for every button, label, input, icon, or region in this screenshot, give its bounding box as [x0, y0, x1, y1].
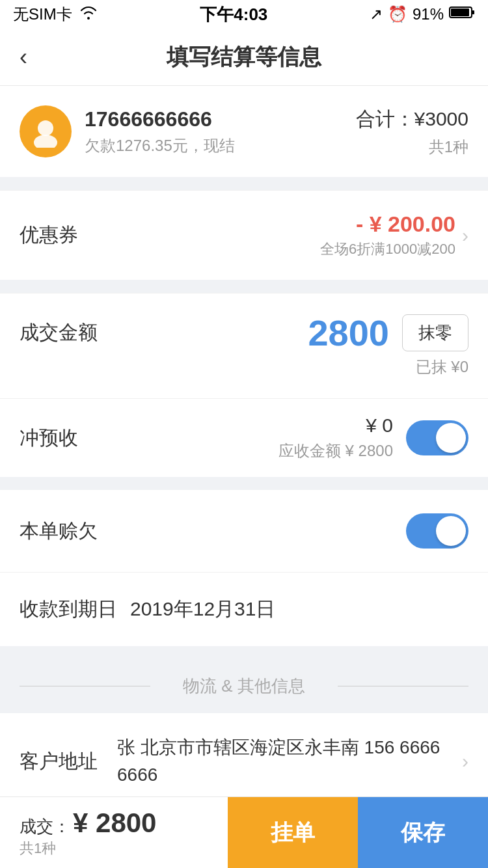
chong-yushou-toggle[interactable]	[406, 420, 468, 455]
chong-receivable-label: 应收金额 ¥ 2800	[278, 441, 393, 461]
customer-left: 17666666666 欠款1276.35元，现结	[20, 105, 235, 157]
round-zero-button[interactable]: 抹零	[402, 314, 468, 351]
svg-rect-2	[472, 10, 474, 14]
save-button[interactable]: 保存	[358, 797, 488, 869]
status-bar: 无SIM卡 下午4:03 ↗ ⏰ 91%	[0, 0, 488, 29]
due-date-label: 收款到期日	[20, 596, 117, 623]
bottom-bar: 成交： ¥ 2800 共1种 挂单 保存	[0, 796, 488, 868]
bottom-summary: 成交： ¥ 2800 共1种	[0, 807, 228, 858]
status-right: ↗ ⏰ 91%	[370, 5, 475, 23]
alarm-icon: ⏰	[388, 5, 407, 23]
coupon-chevron-icon: ›	[462, 224, 468, 247]
logistics-line-left	[20, 686, 150, 686]
bottom-deal-label: 成交：	[20, 815, 70, 838]
deal-amount-section: 成交金额 2800 抹零 已抹 ¥0	[0, 293, 488, 398]
chong-yushou-label: 冲预收	[20, 425, 78, 452]
sheqian-toggle[interactable]	[406, 513, 468, 549]
deal-amount-sub: 已抹 ¥0	[20, 357, 468, 377]
chong-yushou-section: 冲预收 ¥ 0 应收金额 ¥ 2800	[0, 398, 488, 477]
logistics-divider: 物流 & 其他信息	[0, 659, 488, 713]
content-area: 17666666666 欠款1276.35元，现结 合计：¥3000 共1种 优…	[0, 86, 488, 868]
coupon-value: - ¥ 200.00 全场6折满1000减200	[320, 211, 455, 259]
due-date-section: 收款到期日 2019年12月31日	[0, 572, 488, 646]
customer-debt: 欠款1276.35元，现结	[85, 135, 235, 156]
coupon-row[interactable]: 优惠券 - ¥ 200.00 全场6折满1000减200 ›	[0, 190, 488, 280]
deal-amount-row: 成交金额 2800 抹零	[20, 314, 468, 351]
no-sim-label: 无SIM卡	[13, 4, 72, 25]
deal-amount-value: 2800	[308, 315, 389, 351]
status-time: 下午4:03	[200, 3, 267, 26]
coupon-amount: - ¥ 200.00	[320, 211, 455, 237]
sheqian-label: 本单赊欠	[20, 518, 98, 545]
coupon-label: 优惠券	[20, 222, 78, 249]
customer-phone: 17666666666	[85, 107, 235, 131]
avatar	[20, 105, 72, 157]
customer-total: 合计：¥3000	[356, 106, 468, 133]
deal-amount-label: 成交金额	[20, 319, 98, 346]
separator-3	[0, 646, 488, 659]
battery-icon	[449, 5, 475, 23]
location-icon: ↗	[370, 5, 383, 23]
address-chevron-icon: ›	[462, 750, 468, 772]
sheqian-section: 本单赊欠	[0, 490, 488, 572]
address-label: 客户地址	[20, 748, 98, 775]
customer-right: 合计：¥3000 共1种	[356, 106, 468, 157]
battery-label: 91%	[413, 5, 444, 23]
hold-button[interactable]: 挂单	[228, 797, 358, 869]
coupon-desc: 全场6折满1000减200	[320, 239, 455, 259]
customer-info-card: 17666666666 欠款1276.35元，现结 合计：¥3000 共1种	[0, 86, 488, 177]
nav-bar: ‹ 填写结算等信息	[0, 29, 488, 86]
customer-count: 共1种	[356, 137, 468, 157]
deal-amount-right: 2800 抹零	[308, 314, 468, 351]
logistics-text: 物流 & 其他信息	[183, 675, 305, 698]
svg-rect-1	[451, 8, 469, 16]
chong-amount-value: ¥ 0	[366, 414, 393, 437]
bottom-amount-value: ¥ 2800	[73, 807, 156, 839]
separator-2	[0, 477, 488, 490]
logistics-line-right	[338, 686, 468, 686]
page-title: 填写结算等信息	[167, 42, 321, 72]
due-date-value: 2019年12月31日	[130, 596, 275, 623]
chong-amount-wrap: ¥ 0 应收金额 ¥ 2800	[278, 414, 393, 461]
address-section[interactable]: 客户地址 张 北京市市辖区海淀区永丰南 156 6666 6666 ›	[0, 713, 488, 809]
address-value: 张 北京市市辖区海淀区永丰南 156 6666 6666	[111, 734, 449, 789]
back-button[interactable]: ‹	[20, 44, 27, 71]
customer-details: 17666666666 欠款1276.35元，现结	[85, 107, 235, 156]
sheqian-toggle-knob	[436, 516, 466, 546]
wifi-icon	[79, 5, 98, 23]
svg-point-3	[38, 120, 53, 136]
separator-1	[0, 280, 488, 293]
bottom-count-label: 共1种	[20, 839, 208, 858]
status-left: 无SIM卡	[13, 4, 98, 25]
toggle-knob	[436, 423, 466, 453]
svg-point-4	[34, 135, 57, 148]
